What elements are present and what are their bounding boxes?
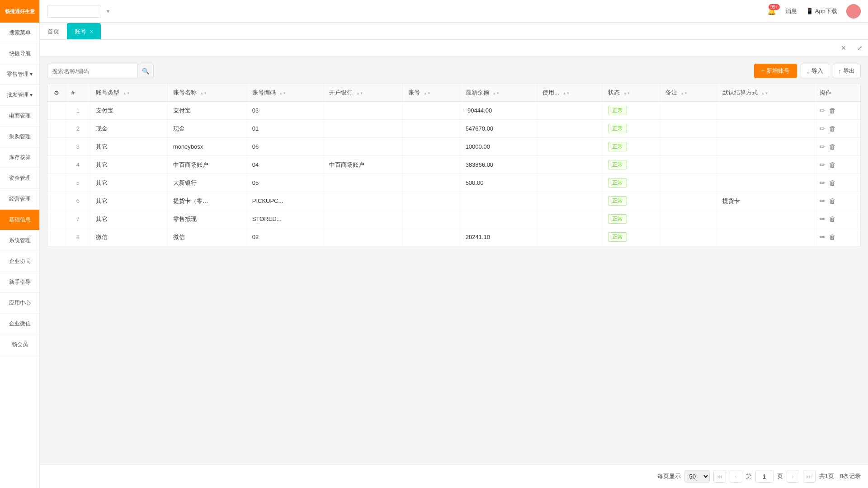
row-status-5: 正常 xyxy=(603,192,660,210)
page-size-select[interactable]: 50 20 100 xyxy=(684,470,710,483)
row-account_no-4 xyxy=(403,174,460,192)
accounts-table: ⚙ # 账号类型 ▲▼ 账号名称 ▲▼ 账号编码 ▲▼ 开户银行 ▲▼ 账号 ▲… xyxy=(47,84,861,246)
row-gear-7 xyxy=(47,228,66,246)
th-balance[interactable]: 最新余额 ▲▼ xyxy=(460,84,537,102)
delete-icon[interactable]: 🗑 xyxy=(829,197,836,205)
edit-icon[interactable]: ✏ xyxy=(820,107,826,115)
notification-button[interactable]: 🔔 99+ xyxy=(767,7,776,15)
import-button[interactable]: ↓ 导入 xyxy=(801,64,829,78)
row-account_name-5: 提货卡（零… xyxy=(167,192,246,210)
th-remark[interactable]: 备注 ▲▼ xyxy=(660,84,717,102)
dropdown-arrow-icon[interactable]: ▾ xyxy=(107,8,109,14)
last-page-button[interactable]: ⏭ xyxy=(803,470,816,483)
row-account_code-1: 01 xyxy=(246,120,324,138)
th-num: # xyxy=(66,84,90,102)
row-bank-4 xyxy=(324,174,403,192)
delete-icon[interactable]: 🗑 xyxy=(829,107,836,114)
first-page-button[interactable]: ⏮ xyxy=(713,470,726,483)
edit-icon[interactable]: ✏ xyxy=(820,197,826,205)
tab-home[interactable]: 首页 xyxy=(40,23,67,39)
row-account_type-5: 其它 xyxy=(90,192,168,210)
sidebar-item-sys-mgmt[interactable]: 系统管理 xyxy=(0,230,39,251)
top-search-input[interactable] xyxy=(47,5,101,18)
sidebar-item-inventory-check[interactable]: 库存核算 xyxy=(0,147,39,168)
edit-icon[interactable]: ✏ xyxy=(820,161,826,169)
row-account_name-0: 支付宝 xyxy=(167,102,246,120)
content-header: ✕ ⤢ xyxy=(40,40,868,56)
sidebar-item-quick-nav[interactable]: 快捷导航 xyxy=(0,43,39,64)
th-gear[interactable]: ⚙ xyxy=(47,84,66,102)
row-gear-2 xyxy=(47,138,66,156)
th-account-name[interactable]: 账号名称 ▲▼ xyxy=(167,84,246,102)
user-avatar[interactable] xyxy=(846,4,861,19)
row-default-settlement-7 xyxy=(717,228,814,246)
row-remark-5 xyxy=(660,192,717,210)
sidebar-item-ecommerce-mgmt[interactable]: 电商管理 xyxy=(0,106,39,127)
tab-label-home: 首页 xyxy=(47,28,59,36)
sidebar-item-app-center[interactable]: 应用中心 xyxy=(0,293,39,314)
delete-icon[interactable]: 🗑 xyxy=(829,233,836,241)
sidebar-item-ops-mgmt[interactable]: 经营管理 xyxy=(0,189,39,210)
sidebar-item-enterprise-wechat[interactable]: 企业微信 xyxy=(0,314,39,334)
page-input[interactable] xyxy=(755,470,774,483)
th-account-type[interactable]: 账号类型 ▲▼ xyxy=(90,84,168,102)
row-gear-3 xyxy=(47,156,66,174)
next-page-button[interactable]: › xyxy=(787,470,799,483)
prev-page-button[interactable]: ‹ xyxy=(730,470,742,483)
table-row: 4其它中百商场账户04中百商场账户383866.00正常 ✏ 🗑 xyxy=(47,156,860,174)
sidebar-item-basic-info[interactable]: 基础信息 xyxy=(0,210,39,230)
sidebar-item-capital-mgmt[interactable]: 资金管理 xyxy=(0,168,39,189)
add-account-button[interactable]: + 新增账号 xyxy=(754,64,797,78)
sidebar-item-member[interactable]: 畅会员 xyxy=(0,334,39,355)
notification-label: 消息 xyxy=(785,7,797,15)
row-account_name-1: 现金 xyxy=(167,120,246,138)
main-area: ▾ 🔔 99+ 消息 📱 App下载 首页账号× ✕ ⤢ xyxy=(40,0,868,488)
row-balance-6 xyxy=(460,210,537,228)
app-download-button[interactable]: 📱 App下载 xyxy=(806,7,837,15)
row-usage-2 xyxy=(537,138,603,156)
tab-close-account[interactable]: × xyxy=(90,28,93,35)
expand-window-button[interactable]: ⤢ xyxy=(852,40,868,56)
table-body: 1支付宝支付宝03-90444.00正常 ✏ 🗑 2现金现金01547670.0… xyxy=(47,102,860,246)
row-usage-7 xyxy=(537,228,603,246)
sidebar-item-search-menu[interactable]: 搜索菜单 xyxy=(0,23,39,43)
tab-label-account: 账号 xyxy=(75,28,86,36)
delete-icon[interactable]: 🗑 xyxy=(829,161,836,169)
status-badge: 正常 xyxy=(608,106,627,115)
sidebar-item-retail-mgmt[interactable]: 零售管理 ▾ xyxy=(0,64,39,85)
th-status[interactable]: 状态 ▲▼ xyxy=(603,84,660,102)
edit-icon[interactable]: ✏ xyxy=(820,125,826,133)
sidebar-item-wholesale-mgmt[interactable]: 批发管理 ▾ xyxy=(0,85,39,106)
row-account_no-0 xyxy=(403,102,460,120)
sidebar-item-newbie-guide[interactable]: 新手引导 xyxy=(0,272,39,293)
th-bank[interactable]: 开户银行 ▲▼ xyxy=(324,84,403,102)
table-row: 5其它大新银行05500.00正常 ✏ 🗑 xyxy=(47,174,860,192)
delete-icon[interactable]: 🗑 xyxy=(829,125,836,132)
close-window-button[interactable]: ✕ xyxy=(835,40,852,56)
search-input[interactable] xyxy=(47,64,137,78)
th-account-no[interactable]: 账号 ▲▼ xyxy=(403,84,460,102)
delete-icon[interactable]: 🗑 xyxy=(829,179,836,187)
edit-icon[interactable]: ✏ xyxy=(820,233,826,241)
row-balance-0: -90444.00 xyxy=(460,102,537,120)
edit-icon[interactable]: ✏ xyxy=(820,179,826,187)
th-default-settlement[interactable]: 默认结算方式 ▲▼ xyxy=(717,84,814,102)
row-bank-0 xyxy=(324,102,403,120)
export-button[interactable]: ↑ 导出 xyxy=(833,64,861,78)
th-account-code[interactable]: 账号编码 ▲▼ xyxy=(246,84,324,102)
table-row: 8微信微信0228241.10正常 ✏ 🗑 xyxy=(47,228,860,246)
search-area: 🔍 xyxy=(47,64,154,78)
delete-icon[interactable]: 🗑 xyxy=(829,215,836,223)
edit-icon[interactable]: ✏ xyxy=(820,215,826,223)
th-usage[interactable]: 使用... ▲▼ xyxy=(537,84,603,102)
row-bank-1 xyxy=(324,120,403,138)
sidebar-item-enterprise-agreement[interactable]: 企业协同 xyxy=(0,251,39,272)
tab-account[interactable]: 账号× xyxy=(67,23,101,39)
delete-icon[interactable]: 🗑 xyxy=(829,143,836,150)
sidebar-item-purchase-mgmt[interactable]: 采购管理 xyxy=(0,127,39,147)
edit-icon[interactable]: ✏ xyxy=(820,143,826,151)
table-row: 6其它提货卡（零…PICKUPC...正常提货卡 ✏ 🗑 xyxy=(47,192,860,210)
row-account_no-6 xyxy=(403,210,460,228)
row-usage-5 xyxy=(537,192,603,210)
search-button[interactable]: 🔍 xyxy=(137,64,154,78)
